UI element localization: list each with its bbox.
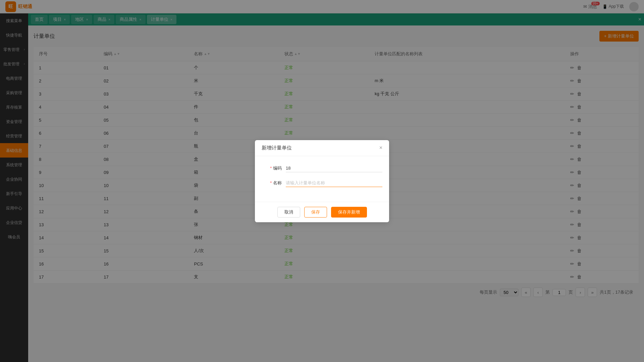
modal-footer: 取消 保存 保存并新增	[255, 202, 389, 222]
form-label-name: 名称	[262, 180, 282, 186]
add-unit-modal: 新增计量单位 × 编码 名称 取消 保存 保存并新增	[255, 140, 389, 222]
modal-header: 新增计量单位 ×	[255, 140, 389, 156]
save-button[interactable]: 保存	[304, 207, 327, 218]
code-input[interactable]	[286, 164, 382, 172]
cancel-button[interactable]: 取消	[277, 207, 300, 218]
modal-overlay: 新增计量单位 × 编码 名称 取消 保存 保存并新增	[0, 0, 644, 362]
save-and-new-button[interactable]: 保存并新增	[331, 207, 367, 218]
modal-title: 新增计量单位	[262, 145, 292, 151]
form-row-name: 名称	[262, 179, 382, 187]
form-label-code: 编码	[262, 165, 282, 171]
form-row-code: 编码	[262, 164, 382, 172]
name-input[interactable]	[286, 179, 382, 187]
modal-close-button[interactable]: ×	[379, 145, 382, 151]
modal-body: 编码 名称	[255, 156, 389, 202]
